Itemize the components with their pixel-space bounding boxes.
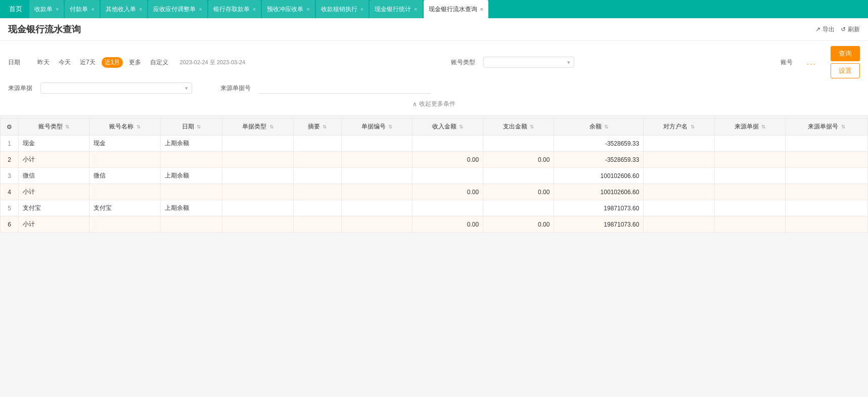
col-doc-no[interactable]: 单据编号 ⇅ xyxy=(341,118,412,136)
account-type-select[interactable] xyxy=(483,57,574,68)
sort-source-doc-icon[interactable]: ⇅ xyxy=(761,124,765,129)
export-button[interactable]: ↗ 导出 xyxy=(815,25,835,34)
col-expense-label: 支出金额 xyxy=(503,123,527,130)
date-opt-custom[interactable]: 自定义 xyxy=(147,57,171,68)
col-expense[interactable]: 支出金额 ⇅ xyxy=(483,118,554,136)
cell-index: 3 xyxy=(1,168,19,184)
sort-source-doc-no-icon[interactable]: ⇅ xyxy=(841,124,845,129)
gear-icon[interactable]: ⚙ xyxy=(7,123,12,130)
close-tab-other-income[interactable]: × xyxy=(139,6,142,12)
col-doc-type-label: 单据类型 xyxy=(242,123,266,130)
cell-index: 6 xyxy=(1,216,19,233)
close-tab-prepayment[interactable]: × xyxy=(306,6,309,12)
query-button[interactable]: 查询 xyxy=(831,46,860,61)
account-more-dots[interactable]: ... xyxy=(807,58,816,67)
cell-summary xyxy=(293,168,341,184)
cell-income xyxy=(412,200,483,216)
date-opt-1month[interactable]: 近1月 xyxy=(102,57,123,68)
col-settings[interactable]: ⚙ xyxy=(1,118,19,136)
source-doc-select[interactable] xyxy=(40,82,192,94)
close-tab-cash-bank-flow[interactable]: × xyxy=(480,6,483,12)
tab-receipts[interactable]: 收款单 × xyxy=(29,0,64,18)
cell-income: 0.00 xyxy=(412,152,483,168)
sort-account-type-icon[interactable]: ⇅ xyxy=(65,124,69,129)
col-counterpart[interactable]: 对方户名 ⇅ xyxy=(644,118,714,136)
close-tab-ar-ap-adjust[interactable]: × xyxy=(199,6,202,12)
home-tab[interactable]: 首页 xyxy=(2,5,29,14)
cell-source-doc-no xyxy=(785,200,867,216)
col-balance-label: 余额 xyxy=(589,123,602,130)
col-source-doc-no[interactable]: 来源单据号 ⇅ xyxy=(785,118,867,136)
settings-button[interactable]: 设置 xyxy=(831,63,860,78)
cell-account-type: 小计 xyxy=(19,152,89,168)
col-balance[interactable]: 余额 ⇅ xyxy=(554,118,644,136)
date-opt-yesterday[interactable]: 昨天 xyxy=(34,57,53,68)
sort-doc-type-icon[interactable]: ⇅ xyxy=(269,124,273,129)
cell-source-doc xyxy=(714,200,785,216)
table-row[interactable]: 3 微信 微信 上期余额 100102606.60 xyxy=(1,168,868,184)
tab-cash-bank-flow[interactable]: 现金银行流水查询 × xyxy=(424,0,488,18)
cell-account-name xyxy=(89,152,160,168)
cell-income xyxy=(412,136,483,152)
date-opt-more[interactable]: 更多 xyxy=(126,57,144,68)
col-date[interactable]: 日期 ⇅ xyxy=(160,118,222,136)
table-row[interactable]: 6 小计 0.00 0.00 19871073.60 xyxy=(1,216,868,233)
col-source-doc[interactable]: 来源单据 ⇅ xyxy=(714,118,785,136)
sort-income-icon[interactable]: ⇅ xyxy=(459,124,463,129)
collapse-more-conditions[interactable]: ∧ 收起更多条件 xyxy=(8,98,860,110)
close-tab-cash-bank-stats[interactable]: × xyxy=(414,6,417,12)
sort-doc-no-icon[interactable]: ⇅ xyxy=(388,124,392,129)
date-range-display: 2023-02-24 至 2023-03-24 xyxy=(179,59,245,66)
date-opt-7days[interactable]: 近7天 xyxy=(77,57,99,68)
col-summary[interactable]: 摘要 ⇅ xyxy=(293,118,341,136)
cell-index: 1 xyxy=(1,136,19,152)
cell-counterpart xyxy=(644,200,714,216)
cell-income xyxy=(412,168,483,184)
close-tab-bank-deposit[interactable]: × xyxy=(253,6,256,12)
table-row[interactable]: 1 现金 现金 上期余额 -3528659.33 xyxy=(1,136,868,152)
close-tab-payments[interactable]: × xyxy=(91,6,94,12)
tab-bank-deposit[interactable]: 银行存取款单 × xyxy=(208,0,261,18)
source-doc-no-input[interactable] xyxy=(259,83,431,94)
cell-summary xyxy=(293,216,341,233)
cell-date xyxy=(160,216,222,233)
sort-account-name-icon[interactable]: ⇅ xyxy=(136,124,141,129)
cell-summary xyxy=(293,152,341,168)
col-doc-type[interactable]: 单据类型 ⇅ xyxy=(222,118,293,136)
sort-counterpart-icon[interactable]: ⇅ xyxy=(691,124,695,129)
tab-cash-bank-stats[interactable]: 现金银行统计 × xyxy=(370,0,422,18)
filter-row-date: 日期 昨天 今天 近7天 近1月 更多 自定义 2023-02-24 至 202… xyxy=(8,46,860,78)
col-income[interactable]: 收入金额 ⇅ xyxy=(412,118,483,136)
col-account-name[interactable]: 账号名称 ⇅ xyxy=(89,118,160,136)
cell-source-doc-no xyxy=(785,152,867,168)
col-account-type[interactable]: 账号类型 ⇅ xyxy=(19,118,89,136)
table-row[interactable]: 5 支付宝 支付宝 上期余额 19871073.60 xyxy=(1,200,868,216)
cell-balance: 100102606.60 xyxy=(554,168,644,184)
sort-balance-icon[interactable]: ⇅ xyxy=(604,124,608,129)
cell-doc-type xyxy=(222,216,293,233)
date-opt-today[interactable]: 今天 xyxy=(56,57,74,68)
cell-account-name: 微信 xyxy=(89,168,160,184)
tab-ar-ap-adjust[interactable]: 应收应付调整单 × xyxy=(148,0,207,18)
source-doc-no-label: 来源单据号 xyxy=(220,84,251,93)
tab-other-income[interactable]: 其他收入单 × xyxy=(101,0,147,18)
cell-doc-no xyxy=(341,152,412,168)
cell-doc-type xyxy=(222,184,293,200)
sort-expense-icon[interactable]: ⇅ xyxy=(530,124,534,129)
tab-prepayment[interactable]: 预收冲应收单 × xyxy=(262,0,314,18)
tab-collection-verify[interactable]: 收款核销执行 × xyxy=(316,0,369,18)
cell-summary xyxy=(293,200,341,216)
tab-payments[interactable]: 付款单 × xyxy=(65,0,99,18)
close-tab-receipts[interactable]: × xyxy=(56,6,59,12)
close-tab-collection-verify[interactable]: × xyxy=(360,6,363,12)
table-row[interactable]: 2 小计 0.00 0.00 -3528659.33 xyxy=(1,152,868,168)
sort-date-icon[interactable]: ⇅ xyxy=(197,124,201,129)
cell-counterpart xyxy=(644,168,714,184)
sort-summary-icon[interactable]: ⇅ xyxy=(323,124,327,129)
refresh-button[interactable]: ↺ 刷新 xyxy=(841,25,860,34)
cell-doc-no xyxy=(341,216,412,233)
table-row[interactable]: 4 小计 0.00 0.00 100102606.60 xyxy=(1,184,868,200)
cell-balance: -3528659.33 xyxy=(554,136,644,152)
cell-source-doc-no xyxy=(785,184,867,200)
cell-source-doc xyxy=(714,184,785,200)
